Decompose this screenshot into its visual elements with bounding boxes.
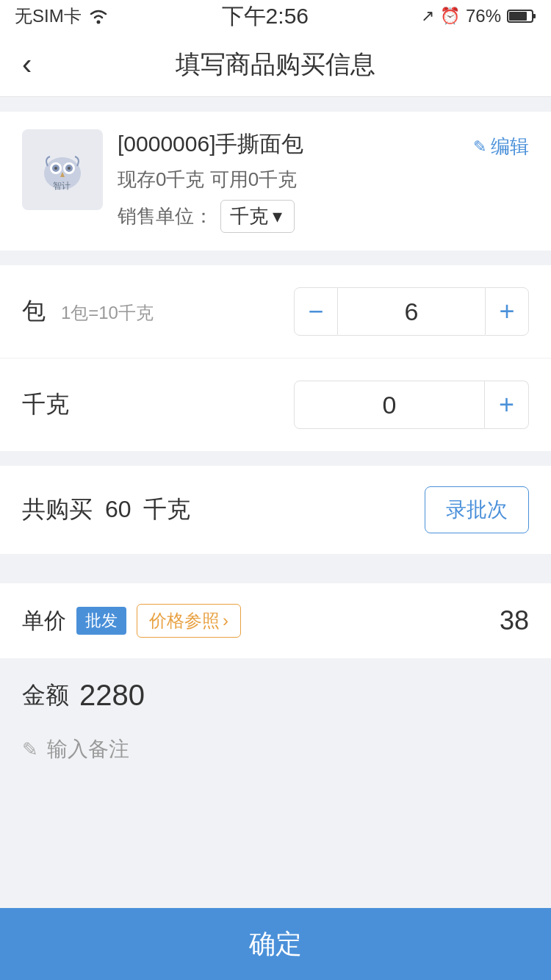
status-left: 无SIM卡 bbox=[15, 4, 109, 28]
status-bar: 无SIM卡 下午2:56 ↗ ⏰ 76% bbox=[0, 0, 551, 32]
bao-hint: 1包=10千克 bbox=[61, 303, 154, 323]
kg-plus-button[interactable]: + bbox=[485, 381, 529, 429]
kg-quantity-row: 千克 + bbox=[0, 359, 551, 451]
kg-label: 千克 bbox=[22, 389, 294, 421]
svg-text:智计: 智计 bbox=[53, 181, 71, 191]
section-divider bbox=[0, 554, 551, 569]
kg-plus-icon: + bbox=[499, 389, 514, 420]
total-row: 共购买 60 千克 录批次 bbox=[0, 466, 551, 554]
price-value: 38 bbox=[500, 605, 529, 636]
bao-quantity-controls: − + bbox=[294, 287, 529, 336]
amount-value: 2280 bbox=[79, 679, 145, 712]
product-card: 智计 [0000006]手撕面包 现存0千克 可用0千克 销售单位： 千克 ▾ … bbox=[0, 112, 551, 251]
price-ref-label: 价格参照 bbox=[149, 609, 220, 633]
price-section: 单价 批发 价格参照 › 38 bbox=[0, 583, 551, 658]
svg-point-10 bbox=[68, 167, 71, 170]
status-time: 下午2:56 bbox=[222, 1, 309, 32]
total-unit: 千克 bbox=[143, 496, 190, 522]
battery-icon bbox=[507, 8, 536, 24]
total-text: 共购买 60 千克 bbox=[22, 494, 190, 526]
svg-rect-2 bbox=[509, 12, 527, 21]
page-title: 填写商品购买信息 bbox=[176, 48, 375, 82]
amount-section: 金额 2280 ✎ 输入备注 bbox=[0, 658, 551, 785]
wifi-icon bbox=[87, 8, 109, 24]
unit-value: 千克 bbox=[230, 203, 268, 229]
kg-quantity-controls: + bbox=[294, 381, 529, 429]
quantity-section: 包 1包=10千克 − + 千克 + bbox=[0, 265, 551, 451]
bao-quantity-input[interactable] bbox=[338, 287, 485, 336]
alarm-icon: ⏰ bbox=[440, 7, 460, 26]
pencil-icon: ✎ bbox=[22, 738, 38, 761]
back-icon: ‹ bbox=[22, 48, 32, 80]
nav-bar: ‹ 填写商品购买信息 bbox=[0, 32, 551, 97]
price-type-tag: 批发 bbox=[76, 607, 126, 635]
status-right: ↗ ⏰ 76% bbox=[421, 6, 536, 26]
batch-button[interactable]: 录批次 bbox=[425, 486, 529, 533]
back-button[interactable]: ‹ bbox=[22, 48, 32, 81]
svg-rect-3 bbox=[533, 14, 536, 18]
kg-quantity-input[interactable] bbox=[294, 381, 485, 429]
unit-chevron-icon: ▾ bbox=[273, 205, 282, 228]
amount-label: 金额 bbox=[22, 680, 69, 712]
product-unit-row: 销售单位： 千克 ▾ bbox=[118, 200, 529, 233]
bottom-space bbox=[0, 785, 551, 872]
product-stock: 现存0千克 可用0千克 bbox=[118, 167, 529, 192]
total-amount: 60 bbox=[105, 496, 132, 522]
product-thumbnail: 智计 bbox=[22, 129, 103, 210]
unit-label: 销售单位： bbox=[118, 203, 213, 229]
product-card-wrapper: 智计 [0000006]手撕面包 现存0千克 可用0千克 销售单位： 千克 ▾ … bbox=[0, 112, 551, 251]
amount-row: 金额 2280 bbox=[22, 679, 529, 712]
svg-point-9 bbox=[54, 167, 57, 170]
batch-label: 录批次 bbox=[446, 498, 508, 521]
plus-icon: + bbox=[499, 296, 514, 327]
product-info: [0000006]手撕面包 现存0千克 可用0千克 销售单位： 千克 ▾ bbox=[118, 129, 529, 233]
confirm-button[interactable]: 确定 bbox=[0, 908, 551, 980]
edit-label: 编辑 bbox=[491, 134, 529, 159]
price-left: 单价 批发 价格参照 › bbox=[22, 604, 241, 638]
product-logo: 智计 bbox=[37, 148, 88, 192]
bao-label-text: 包 bbox=[22, 298, 46, 324]
price-label: 单价 bbox=[22, 606, 66, 636]
memo-row[interactable]: ✎ 输入备注 bbox=[22, 724, 529, 775]
minus-icon: − bbox=[308, 296, 323, 327]
product-name: [0000006]手撕面包 bbox=[118, 129, 529, 159]
confirm-label: 确定 bbox=[249, 926, 302, 962]
edit-button[interactable]: ✎ 编辑 bbox=[473, 134, 529, 159]
price-ref-chevron-icon: › bbox=[223, 610, 228, 631]
total-prefix: 共购买 bbox=[22, 496, 93, 522]
bao-quantity-row: 包 1包=10千克 − + bbox=[0, 265, 551, 359]
bao-minus-button[interactable]: − bbox=[294, 287, 338, 336]
bao-label: 包 1包=10千克 bbox=[22, 295, 294, 328]
svg-point-0 bbox=[96, 21, 100, 24]
battery-text: 76% bbox=[466, 6, 501, 26]
memo-text: 输入备注 bbox=[47, 735, 129, 763]
location-icon: ↗ bbox=[421, 7, 434, 26]
edit-icon: ✎ bbox=[473, 137, 486, 156]
price-ref-button[interactable]: 价格参照 › bbox=[137, 604, 241, 638]
unit-select[interactable]: 千克 ▾ bbox=[220, 200, 295, 233]
carrier-text: 无SIM卡 bbox=[15, 4, 82, 28]
bao-plus-button[interactable]: + bbox=[485, 287, 529, 336]
